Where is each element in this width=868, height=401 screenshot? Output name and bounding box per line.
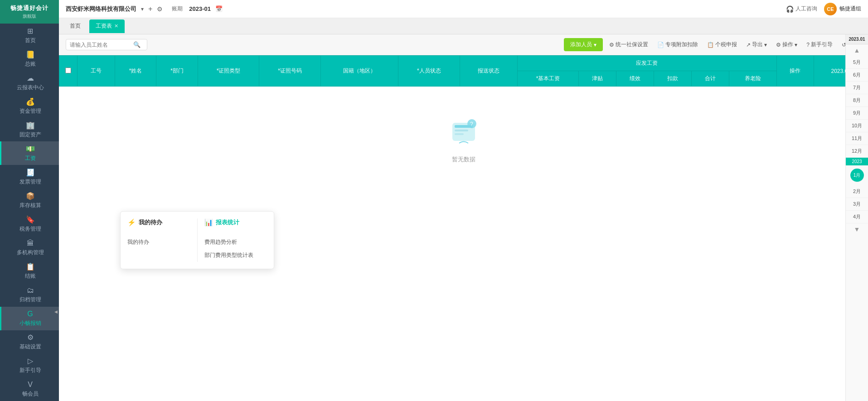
settings-icon[interactable]: ⚙ — [157, 5, 163, 13]
add-person-label: 添加人员 — [570, 41, 592, 48]
salary-icon: 💵 — [26, 145, 35, 153]
sidebar-item-member[interactable]: V 畅会员 — [0, 377, 59, 401]
popup-col-2: 📊 报表统计 费用趋势分析 部门费用类型统计表 — [198, 218, 274, 262]
header-action: 操作 — [776, 56, 814, 87]
operation-button[interactable]: ⚙ 操作 ▾ — [773, 39, 800, 50]
social-security-label: 统一社保设置 — [616, 41, 648, 48]
header-id-no: *证照号码 — [259, 56, 321, 87]
timeline-nav-up[interactable]: ▲ — [846, 44, 868, 56]
header-send-status: 报送状态 — [460, 56, 517, 87]
operation-dropdown-icon: ▾ — [795, 42, 797, 48]
timeline-month-1-active[interactable]: 1月 — [850, 169, 864, 182]
sidebar-item-assets[interactable]: 🏢 固定资产 — [0, 118, 59, 141]
popup-section1-title: ⚡ 我的待办 — [127, 218, 190, 230]
timeline-month-6[interactable]: 6月 — [846, 69, 868, 82]
closing-icon: 📋 — [26, 262, 35, 271]
company-dropdown-icon[interactable]: ▾ — [141, 6, 144, 12]
timeline-month-3[interactable]: 3月 — [846, 198, 868, 211]
header-salary-group: 应发工资 — [517, 56, 776, 71]
sidebar-item-home[interactable]: ⊞ 首页 — [0, 24, 59, 47]
timeline-month-9[interactable]: 9月 — [846, 107, 868, 120]
sidebar-item-inventory[interactable]: 📦 库存核算 — [0, 189, 59, 213]
sidebar-item-closing[interactable]: 📋 结账 — [0, 260, 59, 283]
search-input[interactable] — [70, 42, 133, 48]
popup-col-1: ⚡ 我的待办 我的待办 — [121, 218, 197, 262]
close-tab-icon[interactable]: ✕ — [114, 23, 118, 29]
content-area: 🔍 添加人员 ▾ ⚙ 统一社保设置 📄 专项附加扣除 📋 个税申报 — [59, 34, 868, 401]
app-subtitle: 旗舰版 — [23, 13, 36, 19]
social-security-button[interactable]: ⚙ 统一社保设置 — [606, 39, 651, 50]
multi-org-icon: 🏛 — [27, 239, 34, 247]
sidebar: 畅捷通好会计 旗舰版 ⊞ 首页 📒 总账 ☁ 云报表中心 💰 资金管理 🏢 固定… — [0, 0, 59, 401]
sidebar-item-invoice[interactable]: 🧾 发票管理 — [0, 165, 59, 188]
xiao-chang-icon: G — [27, 310, 33, 318]
timeline-month-12[interactable]: 12月 — [846, 145, 868, 158]
tab-salary[interactable]: 工资表 ✕ — [89, 19, 125, 33]
sidebar-item-tax[interactable]: 🔖 税务管理 — [0, 213, 59, 236]
timeline-month-7[interactable]: 7月 — [846, 82, 868, 94]
sidebar-label-salary: 工资 — [25, 155, 36, 162]
header-checkbox[interactable] — [59, 56, 78, 87]
sidebar-label-inventory: 库存核算 — [19, 202, 41, 209]
popup-item-dept-expense[interactable]: 部门费用类型统计表 — [204, 249, 267, 262]
sidebar-item-cloud-report[interactable]: ☁ 云报表中心 — [0, 71, 59, 94]
sidebar-label-home: 首页 — [25, 37, 36, 44]
special-deduct-button[interactable]: 📄 专项附加扣除 — [655, 39, 701, 50]
guide-button[interactable]: ? 新手引导 — [804, 39, 835, 50]
special-deduct-label: 专项附加扣除 — [665, 41, 698, 48]
add-person-button[interactable]: 添加人员 ▾ — [564, 38, 603, 51]
empty-illustration: ? — [446, 114, 482, 150]
timeline-month-4[interactable]: 4月 — [846, 211, 868, 223]
search-icon[interactable]: 🔍 — [133, 41, 141, 48]
sidebar-item-new-guide[interactable]: ▷ 新手引导 — [0, 354, 59, 377]
sidebar-label-ledger: 总账 — [25, 60, 36, 68]
export-button[interactable]: ↗ 导出 ▾ — [743, 39, 770, 50]
sidebar-item-fund[interactable]: 💰 资金管理 — [0, 94, 59, 118]
calendar-icon[interactable]: 📅 — [215, 5, 223, 12]
header-dept: *部门 — [156, 56, 198, 87]
header-bonus: 津贴 — [579, 71, 616, 87]
tab-salary-label: 工资表 — [96, 22, 112, 30]
sidebar-item-archive[interactable]: 🗂 归档管理 — [0, 283, 59, 307]
sidebar-label-closing: 结账 — [25, 272, 36, 280]
sidebar-item-basic-settings[interactable]: ⚙ 基础设置 — [0, 330, 59, 354]
sidebar-item-xiao-chang[interactable]: G 小畅报销 ◀ — [0, 307, 59, 330]
timeline-header: 2023.01 — [846, 34, 868, 44]
popup-section2-title: 📊 报表统计 — [204, 218, 267, 230]
sidebar-label-guide: 新手引导 — [19, 367, 41, 374]
svg-rect-2 — [455, 130, 468, 131]
sidebar-item-multi-org[interactable]: 🏛 多机构管理 — [0, 236, 59, 260]
fund-icon: 💰 — [26, 97, 35, 106]
sidebar-label-cloud: 云报表中心 — [17, 84, 44, 92]
timeline-month-11[interactable]: 11月 — [846, 132, 868, 145]
tax-return-button[interactable]: 📋 个税申报 — [704, 39, 740, 50]
timeline-month-2[interactable]: 2月 — [846, 185, 868, 198]
timeline-year-2023: 2023 — [846, 158, 868, 165]
header-status: *人员状态 — [398, 56, 460, 87]
header-id-type: *证照类型 — [198, 56, 259, 87]
empty-text: 暂无数据 — [452, 155, 475, 164]
tab-home-label: 首页 — [70, 22, 81, 30]
svg-rect-3 — [455, 133, 464, 135]
operation-label: 操作 — [782, 41, 793, 48]
header-total: 合计 — [691, 71, 729, 87]
header-emp-no: 工号 — [78, 56, 115, 87]
social-security-icon: ⚙ — [609, 42, 614, 48]
timeline-month-10[interactable]: 10月 — [846, 120, 868, 132]
user-profile[interactable]: CE 畅捷通组 — [824, 3, 861, 15]
popup-item-expense-trend[interactable]: 费用趋势分析 — [204, 236, 267, 249]
timeline-month-8[interactable]: 8月 — [846, 94, 868, 107]
sidebar-item-ledger[interactable]: 📒 总账 — [0, 47, 59, 71]
tab-home[interactable]: 首页 — [63, 19, 87, 33]
search-box[interactable]: 🔍 — [66, 39, 147, 50]
add-company-button[interactable]: + — [148, 5, 152, 13]
timeline-month-5[interactable]: 5月 — [846, 56, 868, 69]
sidebar-item-salary[interactable]: 💵 工资 — [0, 141, 59, 165]
popup-menu: ⚡ 我的待办 我的待办 📊 报表统计 费用趋势分析 部门费用类型统计表 — [120, 211, 274, 269]
user-name: 畅捷通组 — [839, 5, 861, 13]
sidebar-label-assets: 固定资产 — [19, 131, 41, 139]
service-button[interactable]: 🎧 人工咨询 — [786, 5, 817, 13]
select-all-checkbox[interactable] — [65, 68, 71, 73]
timeline-nav-down[interactable]: ▼ — [846, 223, 868, 235]
popup-item-my-pending[interactable]: 我的待办 — [127, 236, 190, 249]
